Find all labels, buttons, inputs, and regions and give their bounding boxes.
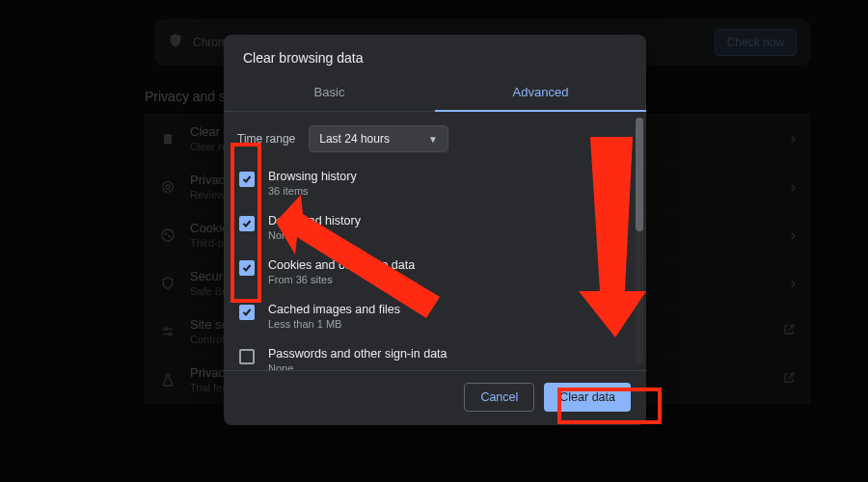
cancel-button[interactable]: Cancel [464,383,534,412]
clear-browsing-data-dialog: Clear browsing data Basic Advanced Time … [224,35,646,425]
tab-basic[interactable]: Basic [224,75,435,111]
item-cookies[interactable]: Cookies and other site dataFrom 36 sites [237,251,629,295]
time-range-select[interactable]: Last 24 hours ▼ [309,125,448,152]
checkbox-cookies[interactable] [239,260,255,276]
scrollbar-thumb[interactable] [636,118,643,231]
dialog-tabs: Basic Advanced [224,75,646,112]
item-browsing-history[interactable]: Browsing history36 items [237,162,629,206]
chevron-down-icon: ▼ [428,134,438,145]
checkbox-download-history[interactable] [239,216,255,231]
checkbox-cached-images[interactable] [239,305,255,320]
clear-data-button[interactable]: Clear data [544,383,631,412]
item-download-history[interactable]: Download historyNone [237,206,629,251]
dialog-body: Time range Last 24 hours ▼ Browsing hist… [224,112,635,370]
item-passwords[interactable]: Passwords and other sign-in dataNone [237,339,629,370]
dialog-title: Clear browsing data [224,35,646,75]
tab-advanced[interactable]: Advanced [435,75,646,111]
item-cached-images[interactable]: Cached images and filesLess than 1 MB [237,295,629,339]
checkbox-browsing-history[interactable] [239,172,255,187]
time-range-label: Time range [237,132,295,146]
dialog-footer: Cancel Clear data [224,370,646,425]
time-range-value: Last 24 hours [319,132,390,146]
scrollbar[interactable] [636,118,643,364]
checkbox-passwords[interactable] [239,349,255,364]
